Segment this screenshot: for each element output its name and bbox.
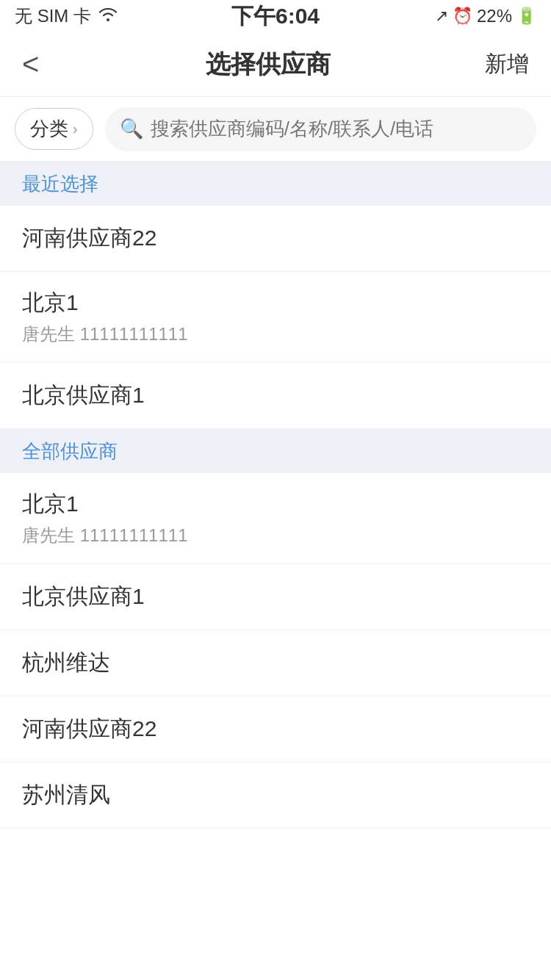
recent-section-header: 最近选择 <box>0 162 551 206</box>
list-item[interactable]: 北京1唐先生 11111111111 <box>0 272 551 363</box>
supplier-sub: 唐先生 11111111111 <box>22 524 529 547</box>
supplier-name: 北京供应商1 <box>22 381 529 411</box>
list-item[interactable]: 苏州清风 <box>0 763 551 829</box>
location-icon: ↗ <box>435 7 448 26</box>
all-list: 北京1唐先生 11111111111北京供应商1杭州维达河南供应商22苏州清风 <box>0 473 551 829</box>
list-item[interactable]: 北京1唐先生 11111111111 <box>0 473 551 564</box>
list-item[interactable]: 北京供应商1 <box>0 363 551 429</box>
all-section-label: 全部供应商 <box>22 439 118 464</box>
supplier-name: 北京供应商1 <box>22 582 529 612</box>
supplier-name: 苏州清风 <box>22 780 529 810</box>
back-button[interactable]: < <box>22 48 66 81</box>
category-button[interactable]: 分类 › <box>15 108 93 150</box>
recent-section-label: 最近选择 <box>22 171 98 197</box>
recent-list: 河南供应商22北京1唐先生 11111111111北京供应商1 <box>0 206 551 429</box>
supplier-name: 杭州维达 <box>22 648 529 678</box>
carrier-text: 无 SIM 卡 <box>15 4 91 28</box>
search-input[interactable] <box>151 118 522 140</box>
new-button[interactable]: 新增 <box>470 49 529 79</box>
status-left: 无 SIM 卡 <box>15 4 119 28</box>
supplier-name: 北京1 <box>22 288 529 318</box>
list-item[interactable]: 河南供应商22 <box>0 696 551 763</box>
status-time: 下午6:04 <box>231 1 320 32</box>
supplier-sub: 唐先生 11111111111 <box>22 323 529 346</box>
supplier-name: 河南供应商22 <box>22 714 529 744</box>
chevron-right-icon: › <box>73 120 78 137</box>
nav-bar: < 选择供应商 新增 <box>0 32 551 97</box>
supplier-name: 北京1 <box>22 489 529 519</box>
search-box[interactable]: 🔍 <box>105 107 536 151</box>
list-item[interactable]: 杭州维达 <box>0 630 551 696</box>
battery-text: 22% <box>477 6 512 26</box>
supplier-name: 河南供应商22 <box>22 223 529 253</box>
wifi-icon <box>97 6 119 26</box>
all-section-header: 全部供应商 <box>0 429 551 473</box>
battery-icon: 🔋 <box>516 7 536 26</box>
filter-bar: 分类 › 🔍 <box>0 97 551 162</box>
status-bar: 无 SIM 卡 下午6:04 ↗ ⏰ 22% 🔋 <box>0 0 551 32</box>
search-icon: 🔍 <box>120 118 143 140</box>
list-item[interactable]: 北京供应商1 <box>0 564 551 630</box>
category-label: 分类 <box>30 116 68 142</box>
list-item[interactable]: 河南供应商22 <box>0 206 551 272</box>
status-right: ↗ ⏰ 22% 🔋 <box>435 6 536 26</box>
page-title: 选择供应商 <box>66 48 470 82</box>
alarm-icon: ⏰ <box>453 7 472 26</box>
